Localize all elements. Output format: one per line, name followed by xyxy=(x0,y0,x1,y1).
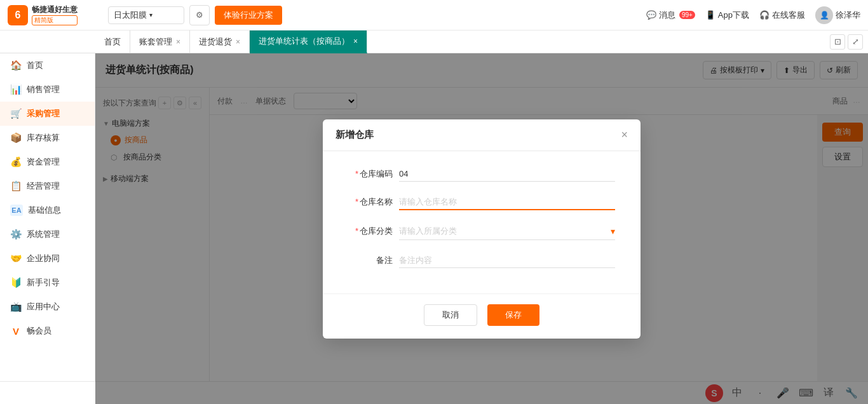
settings-icon[interactable]: ⚙ xyxy=(189,5,210,25)
sidebar-item-sales-label: 销售管理 xyxy=(27,84,60,95)
enterprise-icon: 🤝 xyxy=(10,253,22,264)
form-row-note: 备注 xyxy=(348,253,615,268)
app-download-label: App下载 xyxy=(718,10,749,21)
home-icon: 🏠 xyxy=(10,60,22,71)
message-btn[interactable]: 💬 消息 99+ xyxy=(646,10,695,21)
message-badge: 99+ xyxy=(679,11,695,19)
warehouse-category-select[interactable]: 请输入所属分类 ▾ xyxy=(399,223,615,240)
tab-purchase-return-label: 进货退货 xyxy=(199,36,232,48)
modal-title: 新增仓库 xyxy=(336,129,374,141)
logo-title: 畅捷通好生意 xyxy=(32,4,78,15)
main-layout: 🏠 首页 📊 销售管理 🛒 采购管理 📦 库存核算 💰 资金管理 📋 经营管理 … xyxy=(0,53,868,404)
sidebar-item-finance-label: 资金管理 xyxy=(27,156,60,168)
modal-header: 新增仓库 × xyxy=(323,119,641,151)
sidebar-item-guide[interactable]: 🔰 新手引导 xyxy=(0,271,95,295)
sidebar-item-member[interactable]: V 畅会员 xyxy=(0,319,95,343)
online-service-label: 在线客服 xyxy=(772,10,805,21)
modal-overlay: 新增仓库 × *仓库编码 *仓库名称 xyxy=(95,53,868,404)
top-header: 6 畅捷通好生意 精简版 日太阳膜 ▾ ⚙ 体验行业方案 💬 消息 99+ 📱 … xyxy=(0,0,868,30)
username: 徐泽华 xyxy=(836,10,860,21)
sidebar-item-inventory-label: 库存核算 xyxy=(27,132,60,144)
logo-text-block: 畅捷通好生意 精简版 xyxy=(32,4,78,25)
tab-bar: 首页 账套管理 × 进货退货 × 进货单统计表（按商品） × ⊡ ⤢ xyxy=(0,30,868,53)
header-right: 💬 消息 99+ 📱 App下载 🎧 在线客服 👤 徐泽华 xyxy=(646,6,860,24)
sidebar-item-system-label: 系统管理 xyxy=(27,229,60,240)
tab-account-close-icon[interactable]: × xyxy=(176,37,180,46)
form-row-name: *仓库名称 xyxy=(348,194,615,210)
tab-purchase-stats[interactable]: 进货单统计表（按商品） × xyxy=(250,30,367,53)
management-icon: 📋 xyxy=(10,180,22,192)
required-star-category: * xyxy=(355,226,358,236)
app-download-btn[interactable]: 📱 App下载 xyxy=(705,10,749,21)
sidebar-item-sales[interactable]: 📊 销售管理 xyxy=(0,77,95,102)
message-icon: 💬 xyxy=(646,10,656,20)
category-placeholder: 请输入所属分类 xyxy=(399,226,457,237)
sidebar-item-home-label: 首页 xyxy=(27,60,43,71)
system-icon: ⚙️ xyxy=(10,229,22,240)
modal-body: *仓库编码 *仓库名称 *仓库分类 xyxy=(323,151,641,293)
warehouse-code-input[interactable] xyxy=(399,166,615,182)
store-name: 日太阳膜 xyxy=(114,10,147,21)
note-label: 备注 xyxy=(348,255,399,266)
sidebar-item-purchase[interactable]: 🛒 采购管理 xyxy=(0,102,95,126)
tab-account[interactable]: 账套管理 × xyxy=(130,30,190,53)
tab-bar-actions: ⊡ ⤢ xyxy=(830,34,868,50)
user-menu[interactable]: 👤 徐泽华 xyxy=(815,6,860,24)
sidebar-item-home[interactable]: 🏠 首页 xyxy=(0,53,95,77)
finance-icon: 💰 xyxy=(10,156,22,168)
tab-purchase-return-close-icon[interactable]: × xyxy=(236,37,240,46)
sidebar-item-basic-info[interactable]: EA 基础信息 xyxy=(0,198,95,222)
logo-icon: 6 xyxy=(8,5,28,25)
trial-button[interactable]: 体验行业方案 xyxy=(215,6,282,25)
required-star-name: * xyxy=(355,197,358,206)
sidebar-item-enterprise-label: 企业协同 xyxy=(27,253,60,264)
category-arrow-icon: ▾ xyxy=(611,226,615,236)
sidebar-item-enterprise[interactable]: 🤝 企业协同 xyxy=(0,246,95,271)
code-label: *仓库编码 xyxy=(348,168,399,180)
modal-footer: 取消 保存 xyxy=(323,293,641,339)
sales-icon: 📊 xyxy=(10,84,22,95)
inventory-icon: 📦 xyxy=(10,132,22,144)
sidebar-item-management-label: 经营管理 xyxy=(27,180,60,192)
member-icon: V xyxy=(10,325,22,337)
store-selector[interactable]: 日太阳膜 ▾ xyxy=(108,6,184,24)
form-row-code: *仓库编码 xyxy=(348,166,615,182)
tab-restore-icon[interactable]: ⊡ xyxy=(830,34,845,50)
tab-purchase-return[interactable]: 进货退货 × xyxy=(190,30,250,53)
modal-new-warehouse: 新增仓库 × *仓库编码 *仓库名称 xyxy=(323,119,641,339)
apps-icon: 📺 xyxy=(10,301,22,313)
tab-purchase-stats-close-icon[interactable]: × xyxy=(353,37,358,46)
tab-expand-icon[interactable]: ⤢ xyxy=(848,34,863,50)
cancel-button[interactable]: 取消 xyxy=(424,304,477,326)
content-area: 进货单统计(按商品) 🖨 按模板打印 ▾ ⬆ 导出 ↺ 刷新 xyxy=(95,53,868,404)
sidebar-item-inventory[interactable]: 📦 库存核算 xyxy=(0,126,95,150)
required-star-code: * xyxy=(355,169,358,178)
sidebar-item-finance[interactable]: 💰 资金管理 xyxy=(0,150,95,174)
sidebar: 🏠 首页 📊 销售管理 🛒 采购管理 📦 库存核算 💰 资金管理 📋 经营管理 … xyxy=(0,53,95,404)
sidebar-item-apps-label: 应用中心 xyxy=(27,301,60,313)
logo-area: 6 畅捷通好生意 精简版 xyxy=(8,4,103,25)
app-icon: 📱 xyxy=(705,10,715,20)
sidebar-item-basic-info-label: 基础信息 xyxy=(28,205,61,216)
purchase-icon: 🛒 xyxy=(10,108,22,119)
sidebar-item-member-label: 畅会员 xyxy=(27,325,51,337)
warehouse-name-input[interactable] xyxy=(399,194,615,210)
form-row-category: *仓库分类 请输入所属分类 ▾ xyxy=(348,223,615,240)
modal-close-icon[interactable]: × xyxy=(621,128,628,142)
sidebar-item-system[interactable]: ⚙️ 系统管理 xyxy=(0,222,95,246)
tab-home-label: 首页 xyxy=(104,36,121,48)
chevron-down-icon: ▾ xyxy=(149,11,153,18)
logo-badge: 精简版 xyxy=(32,15,78,25)
sidebar-item-guide-label: 新手引导 xyxy=(27,277,60,288)
save-button[interactable]: 保存 xyxy=(487,304,539,326)
basic-info-icon: EA xyxy=(10,205,23,216)
name-label: *仓库名称 xyxy=(348,196,399,208)
sidebar-item-management[interactable]: 📋 经营管理 xyxy=(0,174,95,198)
online-service-btn[interactable]: 🎧 在线客服 xyxy=(759,10,805,21)
tab-home[interactable]: 首页 xyxy=(95,30,130,53)
tab-purchase-stats-label: 进货单统计表（按商品） xyxy=(259,36,349,47)
sidebar-item-apps[interactable]: 📺 应用中心 xyxy=(0,295,95,319)
category-label: *仓库分类 xyxy=(348,226,399,237)
note-input[interactable] xyxy=(399,253,615,268)
sidebar-item-purchase-label: 采购管理 xyxy=(27,108,60,119)
